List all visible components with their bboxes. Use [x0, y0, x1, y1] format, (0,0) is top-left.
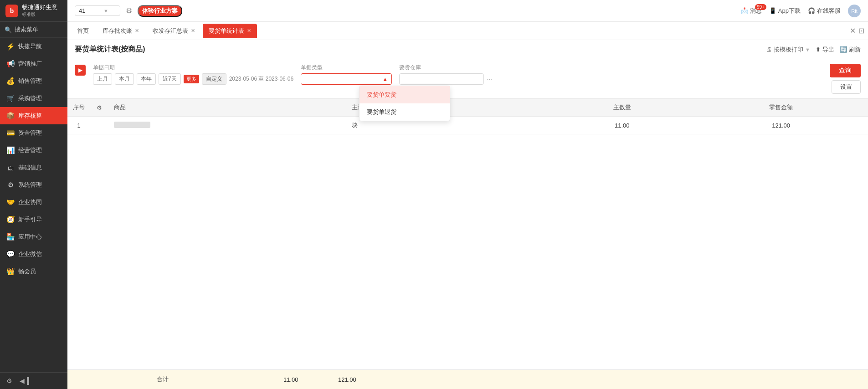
tab-receivable-summary-close[interactable]: ✕ [191, 28, 195, 34]
search-menu-button[interactable]: 🔍 搜索菜单 [5, 26, 63, 34]
warehouse-select-wrap[interactable] [399, 73, 484, 85]
date-btn-more[interactable]: 更多 [184, 75, 199, 83]
sidebar-item-finance[interactable]: 💳 资金管理 [0, 124, 67, 142]
dropdown-item-order-goods[interactable]: 要货单要货 [360, 86, 450, 103]
guide-icon: 🧭 [6, 215, 15, 224]
app-edition: 标准版 [22, 11, 57, 18]
headset-icon: 🎧 [808, 7, 815, 14]
avatar[interactable]: Rit [848, 5, 861, 17]
tab-home[interactable]: 首页 [71, 24, 95, 38]
print-dropdown-icon[interactable]: ▼ [805, 47, 810, 52]
sidebar-item-label: 系统管理 [18, 181, 42, 189]
warehouse-filter-group: 要货仓库 ··· [399, 64, 493, 85]
finance-icon: 💳 [6, 129, 15, 137]
table-settings-icon[interactable]: ⚙ [97, 104, 102, 111]
sidebar-item-label: 销售管理 [18, 77, 42, 85]
sidebar-item-wechat[interactable]: 💬 企业微信 [0, 246, 67, 263]
topbar-settings-icon[interactable]: ⚙ [126, 6, 132, 15]
trial-industry-button[interactable]: 体验行业方案 [138, 5, 182, 17]
refresh-button[interactable]: 🔄 刷新 [840, 46, 861, 54]
quick-nav-icon: ⚡ [6, 42, 15, 51]
refresh-label: 刷新 [849, 46, 861, 54]
print-button[interactable]: 🖨 按模板打印 ▼ [766, 46, 810, 54]
type-select-input[interactable] [305, 76, 382, 82]
sidebar-item-label: 新手引导 [18, 215, 42, 224]
type-filter-group: 单据类型 ▲ [301, 64, 392, 85]
sales-icon: 💰 [6, 77, 15, 85]
enterprise-icon: 🤝 [6, 198, 15, 206]
sidebar-item-guide[interactable]: 🧭 新手引导 [0, 211, 67, 228]
page-header-actions: 🖨 按模板打印 ▼ ⬆ 导出 🔄 刷新 [766, 46, 861, 54]
col-header-amount: 零售金额 [694, 99, 868, 117]
sidebar-nav: ⚡ 快捷导航 📢 营销推广 💰 销售管理 🛒 采购管理 📦 库存核算 💳 资金管… [0, 38, 67, 372]
sidebar-item-marketing[interactable]: 📢 营销推广 [0, 55, 67, 72]
filter-expand-button[interactable]: ▶ [75, 65, 86, 76]
search-label: 搜索菜单 [15, 26, 38, 34]
print-icon: 🖨 [766, 46, 772, 53]
sidebar-item-label: 企业协同 [18, 198, 42, 206]
setting-button[interactable]: 设置 [832, 80, 861, 94]
sidebar-item-members[interactable]: 👑 畅会员 [0, 263, 67, 280]
sidebar-item-label: 基础信息 [18, 164, 42, 172]
online-service-button[interactable]: 🎧 在线客服 [808, 7, 841, 15]
date-filter-group: 单据日期 上月 本月 本年 近7天 更多 自定义 2023-05-06 至 20… [93, 64, 293, 85]
date-filter-label: 单据日期 [93, 64, 293, 72]
date-btn-last-7-days[interactable]: 近7天 [159, 73, 181, 85]
app-download-button[interactable]: 📱 App下载 [769, 7, 801, 15]
topbar-right: 📩 消息 99+ 📱 App下载 🎧 在线客服 Rit [741, 5, 861, 17]
sidebar-item-enterprise[interactable]: 🤝 企业协同 [0, 194, 67, 211]
filter-action-buttons: 查询 设置 [830, 64, 861, 94]
topbar-input-wrap[interactable]: ▼ [75, 5, 120, 16]
warehouse-filter-label: 要货仓库 [399, 64, 493, 72]
tab-order-stats-close[interactable]: ✕ [247, 28, 251, 34]
export-button[interactable]: ⬆ 导出 [816, 46, 834, 54]
tab-order-stats[interactable]: 要货单统计表 ✕ [203, 24, 257, 38]
sidebar-item-basics[interactable]: 🗂 基础信息 [0, 159, 67, 176]
type-select-arrow-icon[interactable]: ▲ [382, 76, 388, 82]
sidebar-item-label: 营销推广 [18, 60, 42, 68]
purchase-icon: 🛒 [6, 94, 15, 102]
tab-receivable-summary[interactable]: 收发存汇总表 ✕ [147, 24, 201, 38]
notifications-button[interactable]: 📩 消息 99+ [741, 7, 762, 15]
col-header-quantity: 主数量 [550, 99, 694, 117]
page-content: 要货单统计表(按商品) 🖨 按模板打印 ▼ ⬆ 导出 🔄 刷新 ▶ [67, 40, 868, 389]
sidebar-item-label: 快捷导航 [18, 42, 42, 51]
sidebar-item-appstore[interactable]: 🏪 应用中心 [0, 228, 67, 246]
sidebar-item-operations[interactable]: 📊 经营管理 [0, 142, 67, 159]
sidebar-item-sales[interactable]: 💰 销售管理 [0, 72, 67, 90]
footer-total-amount: 121.00 [333, 376, 387, 383]
query-button[interactable]: 查询 [830, 64, 861, 77]
sidebar-item-purchase[interactable]: 🛒 采购管理 [0, 90, 67, 107]
sidebar-item-inventory[interactable]: 📦 库存核算 [0, 107, 67, 124]
tab-inventory-batch[interactable]: 库存批次账 ✕ [97, 24, 145, 38]
type-select-wrap[interactable]: ▲ [301, 73, 392, 85]
topbar-input[interactable] [79, 7, 102, 14]
col-header-settings[interactable]: ⚙ [90, 99, 108, 117]
settings-footer-button[interactable]: ⚙ [6, 377, 12, 384]
col-header-product: 商品 [108, 99, 346, 117]
sidebar-item-label: 资金管理 [18, 129, 42, 137]
dropdown-item-order-return[interactable]: 要货单退货 [360, 103, 450, 121]
cell-settings [90, 117, 108, 134]
date-btn-custom[interactable]: 自定义 [202, 73, 226, 85]
appstore-icon: 🏪 [6, 233, 15, 241]
notification-badge: 99+ [755, 4, 766, 10]
restore-tab-button[interactable]: ⊡ [858, 26, 864, 35]
cell-quantity: 11.00 [550, 117, 694, 134]
sidebar-search[interactable]: 🔍 搜索菜单 [0, 22, 67, 38]
table-footer: 合计 11.00 121.00 [67, 369, 868, 389]
system-icon: ⚙ [6, 181, 15, 189]
date-btn-last-month[interactable]: 上月 [93, 73, 112, 85]
filter-more-icon[interactable]: ··· [487, 75, 493, 83]
sidebar-item-system[interactable]: ⚙ 系统管理 [0, 176, 67, 194]
tab-inventory-batch-close[interactable]: ✕ [135, 28, 139, 34]
collapse-sidebar-button[interactable]: ◀▐ [20, 377, 29, 384]
close-all-tabs-button[interactable]: ✕ [850, 26, 856, 35]
sidebar-item-quick-nav[interactable]: ⚡ 快捷导航 [0, 38, 67, 55]
cell-product [108, 117, 346, 134]
warehouse-input[interactable] [403, 76, 480, 82]
topbar-dropdown-icon[interactable]: ▼ [103, 8, 108, 14]
type-filter-row: ▲ [301, 73, 392, 85]
date-btn-this-month[interactable]: 本月 [115, 73, 134, 85]
date-btn-this-year[interactable]: 本年 [137, 73, 156, 85]
